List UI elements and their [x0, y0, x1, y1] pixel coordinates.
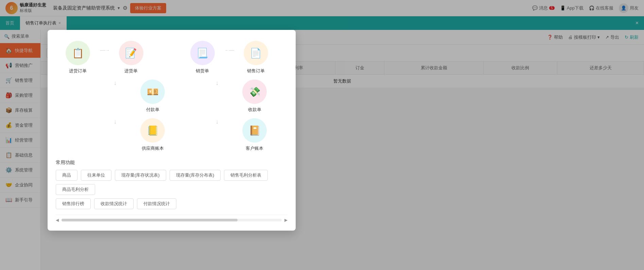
- arrow-down-ss: ↓: [202, 79, 232, 113]
- func-btn-sales-margin[interactable]: 销售毛利分析表: [224, 170, 268, 181]
- flow-row-2: ↓ 💴 付款单 ↓ 💸 收款单: [56, 79, 288, 113]
- sales-slip-label: 销货单: [196, 68, 209, 74]
- func-btn-contacts[interactable]: 往来单位: [81, 170, 111, 181]
- common-functions: 常用功能 商品 往来单位 现存量(库存状况表) 现存量(库存分布表) 销售毛利分…: [56, 160, 288, 209]
- supplier-book-label: 供应商账本: [142, 145, 164, 151]
- flow-row-3: ↓ 📒 供应商账本 ↓ 📔 客户账本: [56, 118, 288, 151]
- sales-order-circle: 📄: [244, 41, 268, 65]
- purchase-order-label: 进货订单: [69, 68, 87, 74]
- spacer-col0: [56, 79, 100, 113]
- scroll-left-arrow[interactable]: ◀: [56, 218, 59, 222]
- func-btn-stock-dist[interactable]: 现存量(库存分布表): [170, 170, 221, 181]
- arrow-down-payment: ↓: [100, 118, 130, 151]
- receipt-label: 收款单: [248, 107, 261, 113]
- flow-node-customer-book[interactable]: 📔 客户账本: [232, 118, 277, 151]
- arrow-down-ps: ↓: [100, 79, 130, 113]
- scroll-right-arrow[interactable]: ▶: [284, 218, 288, 222]
- flow-node-supplier-book[interactable]: 📒 供应商账本: [130, 118, 175, 151]
- func-btn-stock-status[interactable]: 现存量(库存状况表): [115, 170, 166, 181]
- func-btn-payment-stats[interactable]: 付款情况统计: [137, 198, 176, 209]
- arrow-down-receipt: ↓: [202, 118, 232, 151]
- spacer-r3-col0: [56, 118, 100, 151]
- receipt-circle: 💸: [242, 79, 267, 104]
- supplier-book-circle: 📒: [140, 118, 165, 143]
- arrow-po-ps: - - - - →: [100, 48, 109, 53]
- function-buttons-row2: 销售排行榜 收款情况统计 付款情况统计: [56, 198, 288, 209]
- func-btn-product-margin[interactable]: 商品毛利分析: [56, 184, 95, 195]
- scroll-track[interactable]: [62, 219, 282, 221]
- spacer-r3: [175, 118, 202, 151]
- popup-modal: 📋 进货订单 - - - - → 📝 进货单 📃 销货单 ← - - - -: [48, 30, 296, 231]
- spacer2: [175, 79, 202, 113]
- function-buttons-row1: 商品 往来单位 现存量(库存状况表) 现存量(库存分布表) 销售毛利分析表 商品…: [56, 170, 288, 195]
- purchase-order-circle: 📋: [66, 41, 90, 65]
- popup-scrollbar: ◀ ▶: [56, 215, 288, 222]
- flow-node-purchase-order[interactable]: 📋 进货订单: [56, 41, 100, 74]
- sales-order-label: 销售订单: [247, 68, 265, 74]
- func-btn-receipt-stats[interactable]: 收款情况统计: [94, 198, 134, 209]
- customer-book-label: 客户账本: [246, 145, 263, 151]
- flow-node-receipt[interactable]: 💸 收款单: [232, 79, 277, 113]
- common-title: 常用功能: [56, 160, 288, 166]
- flow-node-sales-slip[interactable]: 📃 销货单: [180, 41, 225, 74]
- func-btn-product[interactable]: 商品: [56, 170, 77, 181]
- sales-slip-circle: 📃: [190, 41, 215, 65]
- purchase-slip-circle: 📝: [119, 41, 143, 65]
- flow-node-sales-order[interactable]: 📄 销售订单: [234, 41, 278, 74]
- customer-book-circle: 📔: [242, 118, 267, 143]
- arrow-ss-so: ← - - - -: [225, 48, 234, 53]
- flow-diagram: 📋 进货订单 - - - - → 📝 进货单 📃 销货单 ← - - - -: [56, 41, 288, 151]
- payment-circle: 💴: [140, 79, 165, 104]
- payment-label: 付款单: [146, 107, 159, 113]
- scroll-thumb: [62, 219, 238, 221]
- flow-node-purchase-slip[interactable]: 📝 进货单: [109, 41, 153, 74]
- flow-node-payment[interactable]: 💴 付款单: [130, 79, 175, 113]
- purchase-slip-label: 进货单: [124, 68, 138, 74]
- func-btn-sales-ranking[interactable]: 销售排行榜: [56, 198, 91, 209]
- flow-row-1: 📋 进货订单 - - - - → 📝 进货单 📃 销货单 ← - - - -: [56, 41, 288, 74]
